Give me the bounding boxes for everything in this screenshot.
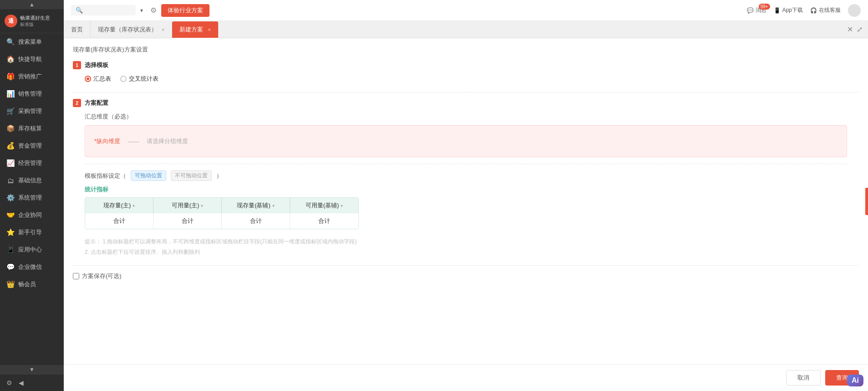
sidebar-item-label: 企业协同: [18, 211, 42, 219]
marketing-icon: 🎁: [6, 72, 15, 81]
topbar: 🔍 ▾ ⚙ 体验行业方案 💬 消息 99+ 📱 App下载 🎧 在线客服: [64, 0, 868, 21]
wechat-icon: 💬: [6, 263, 15, 271]
sidebar-item-purchase[interactable]: 🛒 采购管理: [0, 103, 64, 120]
tab-inventory[interactable]: 现存量（库存状况表） ×: [91, 21, 172, 38]
col-cell-label-1: 合计: [182, 217, 194, 225]
ai-badge[interactable]: Ai: [847, 375, 863, 386]
section2-title: 方案配置: [85, 99, 108, 107]
settings-icon[interactable]: ⚙: [6, 379, 12, 386]
sales-icon: 📊: [6, 90, 15, 98]
save-checkbox[interactable]: [73, 273, 79, 279]
section-config: 2 方案配置 汇总维度（必选） *纵向维度 —— 请选择分组维度 模板指标设定（…: [73, 99, 859, 256]
online-service-btn[interactable]: 🎧 在线客服: [810, 6, 841, 14]
tab-maximize-btn: ✕ ⤢: [842, 25, 868, 34]
dimension-placeholder: 请选择分组维度: [147, 137, 188, 145]
col-cell-label-0: 合计: [113, 217, 125, 225]
radio-crosstab[interactable]: 交叉统计表: [120, 75, 158, 83]
sidebar-item-vip[interactable]: 👑 畅会员: [0, 276, 64, 293]
purchase-icon: 🛒: [6, 107, 15, 115]
sidebar-item-operations[interactable]: 📈 经营管理: [0, 154, 64, 172]
sidebar-item-label: 搜索菜单: [18, 38, 42, 46]
sidebar-item-search[interactable]: 🔍 搜索菜单: [0, 33, 64, 51]
close-panel-icon[interactable]: ✕: [847, 25, 853, 34]
topbar-search-box[interactable]: 🔍: [71, 5, 136, 15]
topbar-left: 🔍 ▾ ⚙ 体验行业方案: [71, 4, 209, 17]
sidebar-item-label: 系统管理: [18, 194, 42, 202]
divider1: [73, 92, 859, 93]
section2-num: 2: [73, 99, 81, 107]
dimension-selector[interactable]: *纵向维度 —— 请选择分组维度: [85, 125, 847, 157]
tab-new-scheme[interactable]: 新建方案 ×: [172, 21, 218, 38]
sidebar-item-collab[interactable]: 🤝 企业协同: [0, 206, 64, 224]
stats-indicator-label: 统计指标: [85, 185, 847, 194]
sidebar-scroll-down[interactable]: ▼: [0, 365, 64, 374]
inventory-icon: 📦: [6, 124, 15, 133]
app-name: 畅康通好生意 标准版: [20, 15, 50, 27]
sidebar-item-app-center[interactable]: 📱 应用中心: [0, 241, 64, 258]
sidebar-footer: ⚙ ◀: [0, 374, 64, 391]
app-center-icon: 📱: [6, 246, 15, 254]
divider2: [85, 164, 847, 164]
cancel-button[interactable]: 取消: [786, 370, 821, 386]
sidebar-item-sales[interactable]: 📊 销售管理: [0, 85, 64, 103]
basic-info-icon: 🗂: [6, 177, 15, 185]
sidebar-item-finance[interactable]: 💰 资金管理: [0, 137, 64, 154]
sidebar-item-label: 资金管理: [18, 142, 42, 150]
industry-btn[interactable]: 体验行业方案: [161, 4, 209, 17]
collapse-icon[interactable]: ◀: [19, 379, 24, 386]
app-download-icon: 📱: [774, 7, 781, 14]
topbar-search-input[interactable]: [86, 7, 131, 14]
sidebar-item-marketing[interactable]: 🎁 营销推广: [0, 68, 64, 85]
sidebar-item-label: 畅会员: [18, 280, 36, 288]
col-dropdown-icon-2[interactable]: ▾: [272, 203, 275, 208]
col-dropdown-icon-1[interactable]: ▾: [201, 203, 203, 208]
col-header-1[interactable]: 可用量(主) ▾: [153, 198, 222, 213]
tab-inventory-label: 现存量（库存状况表）: [98, 26, 157, 34]
radio-summary-label: 汇总表: [93, 75, 111, 83]
expand-icon[interactable]: ⤢: [857, 25, 863, 34]
sidebar-item-label: 企业微信: [18, 263, 42, 271]
tab-home[interactable]: 首页: [64, 21, 91, 38]
section1-content: 汇总表 交叉统计表: [73, 75, 859, 83]
col-header-2[interactable]: 现存量(基辅) ▾: [222, 198, 290, 213]
topbar-gear-icon[interactable]: ⚙: [150, 6, 157, 15]
app-download-btn[interactable]: 📱 App下载: [774, 6, 803, 14]
sidebar-item-system[interactable]: ⚙️ 系统管理: [0, 189, 64, 206]
footer-bar: 取消 查询: [64, 364, 868, 391]
summary-dimension-label: 汇总维度（必选）: [85, 113, 847, 121]
sidebar-scroll-up[interactable]: ▲: [0, 0, 64, 9]
sidebar-item-label: 新手引导: [18, 228, 42, 237]
radio-summary-table[interactable]: 汇总表: [85, 75, 111, 83]
sidebar-item-wechat[interactable]: 💬 企业微信: [0, 258, 64, 276]
topbar-right: 💬 消息 99+ 📱 App下载 🎧 在线客服: [747, 4, 861, 17]
topbar-dropdown[interactable]: ▾: [140, 7, 143, 14]
system-icon: ⚙️: [6, 194, 15, 202]
col-cell-label-2: 合计: [250, 217, 262, 225]
vip-icon: 👑: [6, 280, 15, 288]
messages-btn[interactable]: 💬 消息 99+: [747, 6, 766, 14]
sidebar-item-label: 快捷导航: [18, 55, 42, 63]
sidebar-item-label: 经营管理: [18, 159, 42, 167]
tab-inventory-close[interactable]: ×: [162, 27, 164, 32]
sidebar-item-label: 库存核算: [18, 124, 42, 133]
col-header-label-3: 可用量(基辅): [306, 201, 339, 210]
user-avatar[interactable]: [848, 4, 861, 17]
col-dropdown-icon-0[interactable]: ▾: [133, 203, 135, 208]
metrics-table-body: 合计 合计 合计 合计: [85, 213, 358, 229]
col-header-0[interactable]: 现存量(主) ▾: [85, 198, 153, 213]
section2-header: 2 方案配置: [73, 99, 859, 107]
metrics-table-header: 现存量(主) ▾ 可用量(主) ▾ 现存量(基辅) ▾ 可用量(基辅): [85, 198, 358, 213]
col-dropdown-icon-3[interactable]: ▾: [341, 203, 343, 208]
section2-content: 汇总维度（必选） *纵向维度 —— 请选择分组维度 模板指标设定（ 可拖动位置 …: [73, 113, 859, 256]
app-download-label: App下载: [782, 6, 803, 14]
sidebar-item-inventory[interactable]: 📦 库存核算: [0, 120, 64, 137]
dimension-required-text: *纵向维度: [94, 137, 120, 145]
sidebar-item-basic-info[interactable]: 🗂 基础信息: [0, 172, 64, 189]
sidebar-item-quicknav[interactable]: 🏠 快捷导航: [0, 51, 64, 68]
sidebar-item-newbie[interactable]: ⭐ 新手引导: [0, 224, 64, 241]
col-header-3[interactable]: 可用量(基辅) ▾: [290, 198, 358, 213]
tip-line-1: 提示： 1.拖动标题栏可以调整布局，不可跨维度或指标区域拖动栏目字段(只能在同一…: [85, 238, 847, 246]
tab-new-scheme-close[interactable]: ×: [208, 27, 210, 32]
page-title: 现存量(库存状况表)方案设置: [73, 46, 859, 54]
newbie-icon: ⭐: [6, 228, 15, 237]
